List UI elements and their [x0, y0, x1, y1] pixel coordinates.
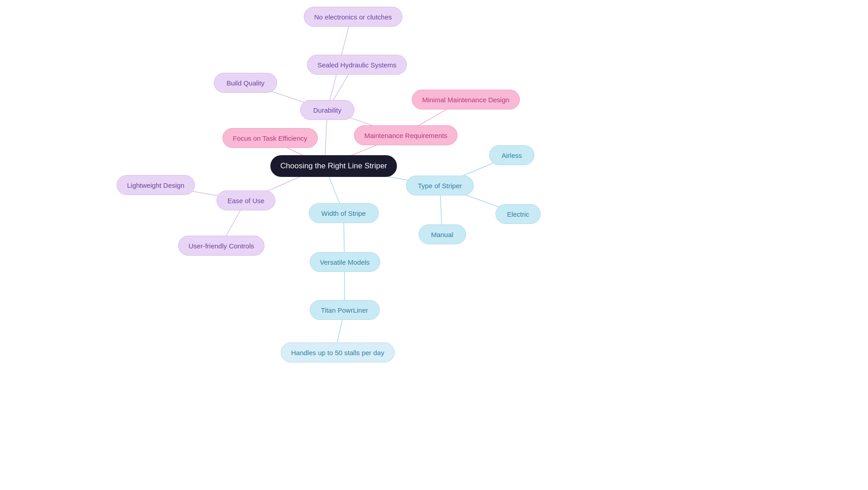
node-manual: Manual	[419, 224, 466, 244]
node-electric: Electric	[495, 204, 541, 224]
node-maintenance-req: Maintenance Requirements	[354, 125, 458, 145]
node-width-stripe: Width of Stripe	[309, 203, 379, 223]
node-build-quality: Build Quality	[214, 73, 277, 93]
node-airless: Airless	[489, 145, 534, 165]
node-sealed-hydraulic: Sealed Hydraulic Systems	[307, 55, 407, 75]
node-type-striper: Type of Striper	[406, 176, 474, 195]
node-ease-of-use: Ease of Use	[217, 190, 275, 210]
node-versatile-models: Versatile Models	[310, 252, 380, 272]
node-no-electronics: No electronics or clutches	[304, 7, 402, 27]
node-titan-powrliner: Titan PowrLiner	[310, 300, 380, 320]
node-handles-stalls: Handles up to 50 stalls per day	[281, 343, 395, 362]
node-minimal-maintenance: Minimal Maintenance Design	[412, 90, 520, 109]
node-durability: Durability	[300, 100, 354, 120]
node-user-friendly: User-friendly Controls	[178, 236, 264, 256]
node-lightweight: Lightweight Design	[117, 175, 195, 195]
node-focus-efficiency: Focus on Task Efficiency	[222, 128, 318, 148]
node-center: Choosing the Right Line Striper	[270, 155, 397, 177]
